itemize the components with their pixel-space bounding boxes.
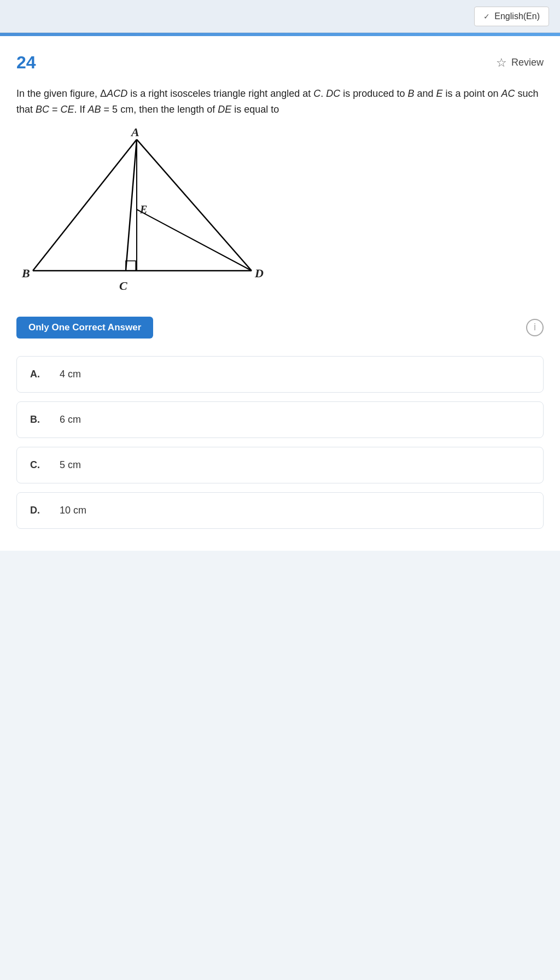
question-header: 24 ☆ Review [16,52,544,73]
svg-text:E: E [139,203,147,215]
review-label: Review [511,57,544,68]
option-c[interactable]: C. 5 cm [16,447,544,483]
option-d-letter: D. [30,505,46,516]
info-icon[interactable]: i [526,319,544,336]
svg-text:D: D [254,266,264,280]
top-bar: ✓ English(En) [0,0,560,33]
svg-line-2 [137,139,252,271]
geometry-figure: A B C D E [16,129,279,304]
option-d-value: 10 cm [60,505,86,516]
option-b[interactable]: B. 6 cm [16,401,544,438]
review-button[interactable]: ☆ Review [496,56,544,70]
language-dropdown[interactable]: ✓ English(En) [474,7,549,26]
question-number: 24 [16,52,36,73]
svg-text:B: B [21,266,30,280]
language-label: English(En) [494,11,540,21]
chevron-down-icon: ✓ [483,12,490,21]
figure-container: A B C D E [16,129,544,304]
main-content: 24 ☆ Review In the given figure, ΔACD is… [0,36,560,551]
star-icon: ☆ [496,56,507,70]
options-container: A. 4 cm B. 6 cm C. 5 cm D. 10 cm [16,356,544,529]
option-d[interactable]: D. 10 cm [16,492,544,529]
info-icon-label: i [534,322,536,333]
option-b-value: 6 cm [60,414,81,425]
svg-text:C: C [119,279,127,293]
svg-line-0 [126,139,137,271]
svg-line-6 [137,209,252,271]
option-a-letter: A. [30,369,46,380]
option-c-value: 5 cm [60,459,81,471]
option-a[interactable]: A. 4 cm [16,356,544,393]
svg-line-4 [33,139,137,271]
svg-rect-7 [126,261,136,271]
option-c-letter: C. [30,459,46,471]
question-text: In the given figure, ΔACD is a right iso… [16,86,544,118]
svg-text:A: A [130,129,139,139]
answer-type-badge: Only One Correct Answer [16,317,153,339]
answer-type-row: Only One Correct Answer i [16,317,544,339]
option-b-letter: B. [30,414,46,425]
option-a-value: 4 cm [60,369,81,380]
